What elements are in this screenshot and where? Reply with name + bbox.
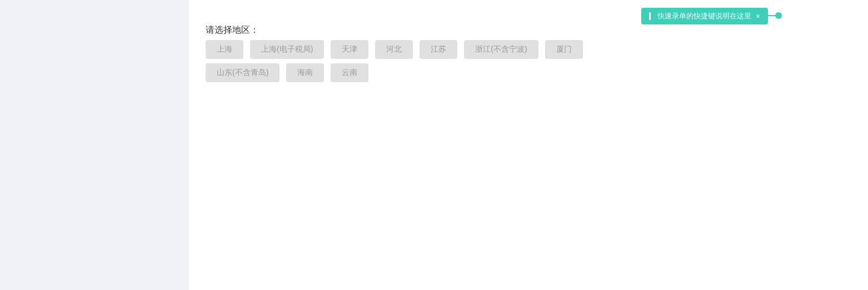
tooltip-close-button[interactable]: ×	[756, 12, 760, 21]
region-btn-shandong[interactable]: 山东(不含青岛)	[206, 63, 280, 82]
region-row-1: 上海上海(电子税局)天津河北江苏浙江(不含宁波)厦门	[206, 40, 583, 59]
region-btn-shanghai[interactable]: 上海	[206, 40, 243, 59]
main-content: 请选择地区： 上海上海(电子税局)天津河北江苏浙江(不含宁波)厦门 山东(不含青…	[189, 0, 868, 290]
dot-indicator	[775, 12, 782, 19]
sidebar	[0, 0, 189, 290]
region-btn-hebei[interactable]: 河北	[375, 40, 413, 59]
region-btn-hainan[interactable]: 海南	[286, 63, 324, 82]
region-btn-jiangsu[interactable]: 江苏	[420, 40, 457, 59]
tooltip-bar	[649, 12, 651, 20]
region-btn-shanghai-etax[interactable]: 上海(电子税局)	[250, 40, 324, 59]
region-btn-tianjin[interactable]: 天津	[331, 40, 368, 59]
region-btn-zhejiang[interactable]: 浙江(不含宁波)	[464, 40, 538, 59]
tooltip-banner: 快速录单的快捷键说明在这里 ×	[641, 8, 768, 24]
region-row-2: 山东(不含青岛)海南云南	[206, 63, 368, 82]
region-btn-xiamen[interactable]: 厦门	[545, 40, 583, 59]
tooltip-text: 快速录单的快捷键说明在这里	[657, 11, 751, 21]
page-label: 请选择地区：	[206, 24, 259, 36]
region-btn-yunnan[interactable]: 云南	[331, 63, 368, 82]
